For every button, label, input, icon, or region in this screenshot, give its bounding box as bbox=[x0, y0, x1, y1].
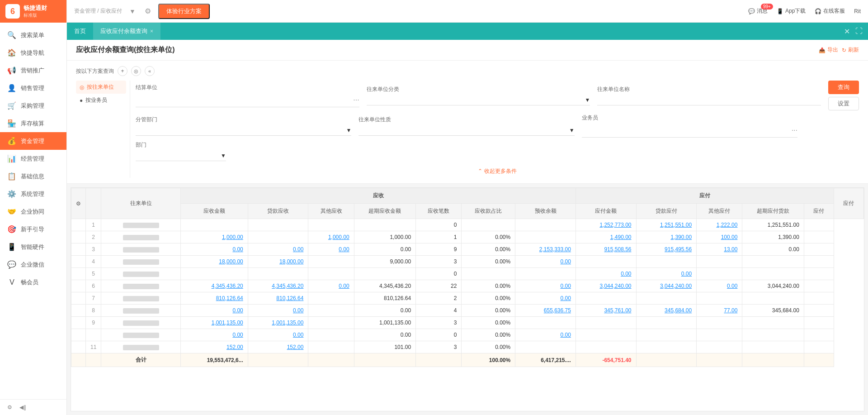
sidebar-item-operations[interactable]: 📊经营管理 bbox=[0, 150, 66, 167]
hardware-icon: 📱 bbox=[7, 243, 16, 251]
partner-nature-chevron: ▼ bbox=[569, 127, 575, 134]
th-ar-count: 应收笔数 bbox=[416, 204, 462, 219]
tab-ar-ap[interactable]: 应收应付余额查询× bbox=[93, 23, 160, 40]
filter-field-partner-category: 往来单位分类 ▼ bbox=[367, 86, 590, 105]
staff-input[interactable] bbox=[582, 125, 792, 135]
topbar-dropdown-btn[interactable]: ▼ bbox=[127, 6, 137, 17]
settings-bottom-icon[interactable]: ⚙ bbox=[7, 404, 12, 410]
settle-unit-dots[interactable]: ··· bbox=[353, 96, 359, 104]
sidebar-item-enterprise[interactable]: 🤝企业协同 bbox=[0, 203, 66, 220]
dept-select[interactable]: ▼ bbox=[136, 151, 226, 161]
set-button[interactable]: 设置 bbox=[828, 97, 859, 110]
member-label: 畅会员 bbox=[21, 278, 38, 286]
table-container[interactable]: ⚙ 往来单位 应收 应付 应付 应收金额 贷款应收 其他应收 超期应收金额 应收… bbox=[71, 187, 864, 411]
collapse-icon[interactable]: ◀‖ bbox=[19, 404, 26, 410]
sidebar-item-marketing[interactable]: 📢营销推广 bbox=[0, 62, 66, 79]
filter-add-button[interactable]: + bbox=[118, 66, 127, 76]
collapse-bar[interactable]: ⌃ 收起更多条件 bbox=[136, 165, 859, 178]
dept-chevron: ▼ bbox=[221, 153, 226, 159]
operations-icon: 📊 bbox=[7, 154, 16, 163]
fullscreen-icon[interactable]: ⛶ bbox=[855, 27, 863, 35]
partner-category-select[interactable]: ▼ bbox=[367, 95, 590, 105]
tab-home[interactable]: 首页 bbox=[67, 23, 93, 40]
data-table: ⚙ 往来单位 应收 应付 应付 应收金额 贷款应收 其他应收 超期应收金额 应收… bbox=[71, 188, 864, 367]
filter-row-3: 部门 ▼ bbox=[136, 141, 859, 161]
app-label: App下载 bbox=[785, 7, 806, 15]
enterprise-label: 企业协同 bbox=[21, 208, 44, 216]
dept-manage-select[interactable]: ▼ bbox=[136, 125, 351, 136]
staff-dots[interactable]: ··· bbox=[792, 126, 797, 134]
th-ap-amount: 应付金额 bbox=[576, 204, 636, 219]
th-no bbox=[86, 188, 101, 219]
refresh-button[interactable]: ↻ 刷新 bbox=[842, 46, 859, 54]
export-button[interactable]: 📤 导出 bbox=[819, 46, 838, 54]
th-prepay-balance: 预收余额 bbox=[515, 204, 576, 219]
sidebar-item-quick-nav[interactable]: 🏠快捷导航 bbox=[0, 44, 66, 62]
main-content: 应收应付余额查询(按往来单位) 📤 导出 ↻ 刷新 按以下方案查询 + ◎ « … bbox=[67, 40, 868, 415]
partner-nature-select[interactable]: ▼ bbox=[359, 125, 574, 136]
th-settings[interactable]: ⚙ bbox=[71, 188, 86, 219]
table-row: 64,345,436.204,345,436.200.004,345,436.2… bbox=[71, 280, 864, 292]
settle-unit-input[interactable] bbox=[136, 95, 353, 105]
filter-field-settle-unit: 结算单位 ··· bbox=[136, 84, 359, 107]
sidebar-logo: 6 畅捷通财 标准版 bbox=[0, 0, 66, 23]
filter-scheme-btn-1[interactable]: ◎ bbox=[131, 66, 141, 76]
th-loan-ap: 贷款应付 bbox=[636, 204, 697, 219]
table-row: 30.000.000.000.0090.00%2,153,333.00915,5… bbox=[71, 243, 864, 256]
topbar-right: 💬 消息 99+ 📱 App下载 🎧 在线客服 Rit bbox=[748, 7, 861, 15]
th-group-ar: 应收 bbox=[181, 188, 576, 204]
table-row: 500.000.00 bbox=[71, 268, 864, 280]
staff-nav-label: 按业务员 bbox=[85, 96, 107, 104]
sidebar-item-finance[interactable]: 💰资金管理 bbox=[0, 132, 66, 150]
topbar-app-button[interactable]: 📱 App下载 bbox=[777, 7, 806, 15]
query-button[interactable]: 查询 bbox=[828, 81, 859, 94]
topbar-service-button[interactable]: 🎧 在线客服 bbox=[815, 7, 845, 15]
partner-name-cell bbox=[101, 280, 181, 292]
topbar-user[interactable]: Rit bbox=[854, 8, 861, 14]
partner-name-input[interactable] bbox=[597, 95, 821, 105]
tab-label-home: 首页 bbox=[74, 27, 86, 35]
tab-close-ar-ap[interactable]: × bbox=[150, 28, 153, 34]
th-overdue-ar: 超期应收金额 bbox=[354, 204, 415, 219]
tab-label-ar-ap: 应收应付余额查询 bbox=[100, 27, 147, 35]
topbar-breadcrumb: 资金管理 / 应收应付 bbox=[74, 7, 122, 15]
sidebar-item-guide[interactable]: 🎯新手引导 bbox=[0, 220, 66, 238]
sidebar-item-inventory[interactable]: 🏪库存核算 bbox=[0, 114, 66, 132]
sidebar-item-hardware[interactable]: 📱智能硬件 bbox=[0, 238, 66, 256]
filter-field-dept-manage: 分管部门 ▼ bbox=[136, 116, 351, 136]
sidebar-item-wechat[interactable]: 💬企业微信 bbox=[0, 256, 66, 273]
sidebar-item-basic[interactable]: 📋基础信息 bbox=[0, 167, 66, 185]
service-label: 在线客服 bbox=[823, 7, 845, 15]
filter-field-dept: 部门 ▼ bbox=[136, 141, 226, 161]
system-icon: ⚙️ bbox=[7, 190, 16, 198]
sidebar-item-member[interactable]: Ⅴ畅会员 bbox=[0, 273, 66, 291]
partner-name-cell bbox=[101, 256, 181, 268]
topbar-msg-button[interactable]: 💬 消息 99+ bbox=[748, 7, 768, 15]
sidebar: 6 畅捷通财 标准版 🔍搜索菜单🏠快捷导航📢营销推广👤销售管理🛒采购管理🏪库存核… bbox=[0, 0, 67, 415]
hardware-label: 智能硬件 bbox=[21, 243, 44, 251]
finance-label: 资金管理 bbox=[21, 137, 44, 145]
marketing-icon: 📢 bbox=[7, 66, 16, 75]
partner-name-cell bbox=[101, 243, 181, 256]
table-row: 101,252,773.001,251,551.001,222.001,251,… bbox=[71, 219, 864, 231]
filter-body: ◎ 按往来单位 ● 按业务员 结算单位 ··· bbox=[76, 81, 859, 178]
refresh-icon: ↻ bbox=[842, 47, 846, 53]
close-window-icon[interactable]: ✕ bbox=[844, 27, 850, 36]
table-settings-icon[interactable]: ⚙ bbox=[76, 200, 81, 207]
quick-nav-label: 快捷导航 bbox=[21, 49, 44, 57]
sidebar-item-purchase[interactable]: 🛒采购管理 bbox=[0, 97, 66, 114]
th-ar-amount: 应收金额 bbox=[181, 204, 248, 219]
th-ap-sub: 应付 bbox=[804, 204, 834, 219]
inventory-icon: 🏪 bbox=[7, 119, 16, 128]
topbar-settings-icon[interactable]: ⚙ bbox=[143, 5, 153, 17]
enterprise-icon: 🤝 bbox=[7, 207, 16, 216]
topbar-promo-button[interactable]: 体验行业方案 bbox=[158, 4, 210, 19]
sidebar-item-system[interactable]: ⚙️系统管理 bbox=[0, 185, 66, 203]
filter-nav-by-partner[interactable]: ◎ 按往来单位 bbox=[76, 81, 126, 94]
filter-scheme-btn-2[interactable]: « bbox=[145, 66, 155, 76]
sidebar-item-search-menu[interactable]: 🔍搜索菜单 bbox=[0, 26, 66, 44]
sidebar-item-sales[interactable]: 👤销售管理 bbox=[0, 79, 66, 97]
search-menu-label: 搜索菜单 bbox=[21, 31, 44, 39]
filter-nav-by-staff[interactable]: ● 按业务员 bbox=[76, 94, 126, 107]
th-other-ap: 其他应付 bbox=[697, 204, 742, 219]
